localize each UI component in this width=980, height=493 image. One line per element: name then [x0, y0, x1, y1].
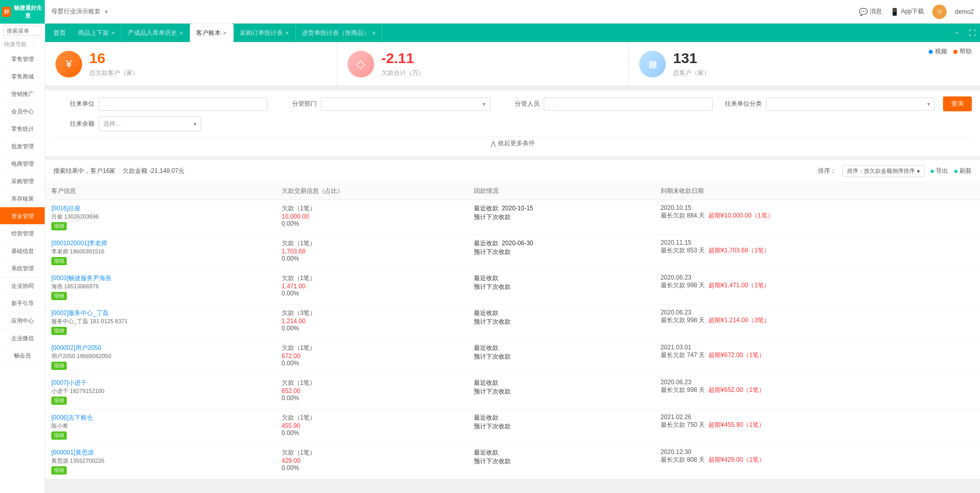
sidebar-item-retail-stats[interactable]: 零售统计	[0, 120, 45, 137]
sidebar-item-inventory[interactable]: 库存核算	[0, 190, 45, 207]
balance-arrow: ▾	[194, 121, 197, 128]
overdue-date-4: 2021.03.01	[661, 344, 974, 351]
customer-name-4[interactable]: [000002]用户2050	[51, 344, 270, 352]
category-select[interactable]: ▾	[766, 97, 935, 111]
overdue-link-0[interactable]: 超期¥10,000.00（1笔）	[708, 212, 774, 219]
dropdown-icon[interactable]: ▾	[105, 8, 108, 15]
sidebar-item-ops[interactable]: 经营管理	[0, 225, 45, 242]
sidebar-item-new-guide[interactable]: 新手引导	[0, 294, 45, 312]
debt-count-6: 欠款（1笔）	[282, 413, 462, 422]
overdue-link-2[interactable]: 超期¥1,471.00（1笔）	[708, 282, 770, 289]
sidebar-item-app-center[interactable]: 应用中心	[0, 312, 45, 329]
user-avatar[interactable]: U	[932, 5, 947, 19]
overdue-link-1[interactable]: 超期¥1,703.68（1笔）	[708, 247, 770, 254]
debt-amount-5[interactable]: 652.00	[282, 387, 462, 395]
search-button[interactable]: 查询	[943, 96, 972, 111]
customer-name-5[interactable]: [0007]小进干	[51, 379, 270, 387]
tab-close-product-history[interactable]: ✕	[179, 30, 183, 36]
tab-customer-account[interactable]: 客户账本 ✕	[190, 24, 234, 42]
debt-cell-6: 欠款（1笔） 455.90 0.00%	[276, 409, 468, 444]
search-input[interactable]	[3, 26, 42, 36]
tab-product-status[interactable]: 商品上下架 ✕	[72, 24, 122, 42]
overdue-link-7[interactable]: 超期¥429.00（1笔）	[708, 456, 765, 463]
main-area: 母婴行业演示账套 ▾ 💬 消息 📱 App下载 U demo2 首页	[45, 0, 980, 493]
debt-amount-4[interactable]: 672.00	[282, 352, 462, 360]
manager-input[interactable]: ...	[544, 97, 713, 111]
debt-amount-6[interactable]: 455.90	[282, 422, 462, 429]
dept-select[interactable]: ▾	[321, 97, 490, 111]
message-button[interactable]: 💬 消息	[859, 7, 882, 16]
stat-total-customers: ▦ 131 总客户（家）	[629, 42, 920, 86]
sort-button[interactable]: 排序：按欠款金额倒序排序 ▾	[842, 165, 925, 177]
tab-purchase-order[interactable]: 采购订单统计表 ✕	[234, 24, 296, 42]
customer-badge-4: 现销	[51, 362, 67, 370]
sidebar-item-purchase[interactable]: 采购管理	[0, 172, 45, 190]
top-bar-right: 💬 消息 📱 App下载 U demo2	[859, 5, 974, 19]
table-section: 搜索结果中，客户16家 欠款金额 -21,148.07元 排序： 排序：按欠款金…	[45, 160, 980, 479]
filter-manager-label: 分管人员	[498, 100, 540, 108]
balance-select[interactable]: 选择... ▾	[99, 116, 201, 131]
tab-close-purchase-order[interactable]: ✕	[285, 30, 289, 36]
tab-close-product-status[interactable]: ✕	[111, 30, 115, 36]
overdue-link-6[interactable]: 超期¥455.90（1笔）	[708, 421, 765, 428]
filter-dept: 分管部门 ▾	[276, 97, 490, 111]
customer-name-7[interactable]: [000001]黄思源	[51, 448, 270, 457]
customer-phone-5: 小进干 18279152100	[51, 387, 270, 395]
export-button[interactable]: 导出	[931, 167, 948, 175]
help-button[interactable]: 帮助	[953, 47, 972, 56]
sidebar-item-retail-mgmt[interactable]: 零售管理	[0, 50, 45, 68]
overdue-days-4: 最长欠款 747 天 超期¥672.00（1笔）	[661, 351, 974, 360]
sidebar-item-member-vip[interactable]: 畅会员	[0, 347, 45, 364]
debt-amount-1[interactable]: 1,703.68	[282, 248, 462, 255]
tab-product-history[interactable]: 产成品入库单历史 ✕	[122, 24, 190, 42]
sidebar-item-member[interactable]: 会员中心	[0, 103, 45, 120]
collapse-row: ⋀ 收起更多条件	[53, 136, 972, 150]
sidebar-item-marketing[interactable]: 营销推广	[0, 85, 45, 103]
debt-amount-2[interactable]: 1,471.00	[282, 283, 462, 290]
customer-phone-4: 用户2050 18665062050	[51, 352, 270, 360]
table-row: [0016]吕俊 吕俊 13026203696 现销 欠款（1笔） 10,000…	[45, 200, 980, 235]
table-actions: 排序： 排序：按欠款金额倒序排序 ▾ 导出 刷新	[818, 165, 972, 177]
collapse-button[interactable]: ⋀ 收起更多条件	[491, 139, 535, 148]
tab-purchase-stats[interactable]: 进货单统计表（按商品） ✕	[296, 24, 382, 42]
sidebar-item-batch-mgmt[interactable]: 批发管理	[0, 137, 45, 155]
overdue-link-5[interactable]: 超期¥652.00（1笔）	[708, 386, 765, 393]
debt-amount-7[interactable]: 429.00	[282, 457, 462, 464]
debt-count-3: 欠款（3笔）	[282, 309, 462, 318]
tab-close-purchase-stats[interactable]: ✕	[372, 30, 376, 36]
tab-maximize-button[interactable]: ⛶	[967, 28, 978, 38]
overdue-cell-6: 2021.02.26 最长欠款 750 天 超期¥455.90（1笔）	[655, 409, 980, 444]
debt-count-4: 欠款（1笔）	[282, 344, 462, 352]
sidebar-item-ecommerce[interactable]: 电商管理	[0, 155, 45, 172]
customer-name-6[interactable]: [0006]去下粮仓	[51, 413, 270, 422]
sidebar-item-finance[interactable]: 资金管理	[0, 207, 45, 225]
customer-name-1[interactable]: [0001020001]李老师	[51, 239, 270, 248]
overdue-date-2: 2020.06.23	[661, 274, 974, 281]
customer-name-3[interactable]: [0002]服务中心_丁磊	[51, 309, 270, 318]
overdue-date-7: 2020.12.30	[661, 448, 974, 456]
dept-arrow: ▾	[483, 101, 486, 108]
tab-home[interactable]: 首页	[47, 24, 72, 42]
filter-row-1: 往来单位 ... 分管部门 ▾ 分管人员	[53, 96, 972, 111]
supplier-input[interactable]: ...	[99, 97, 267, 111]
app-download-button[interactable]: 📱 App下载	[890, 7, 924, 16]
refresh-button[interactable]: 刷新	[954, 167, 972, 175]
filter-category: 往来单位分类 ▾	[721, 97, 935, 111]
debt-amount-3[interactable]: 1,214.00	[282, 318, 462, 325]
sidebar-item-retail-store[interactable]: 零售商城	[0, 68, 45, 85]
customer-name-2[interactable]: [0003]畅捷服务尹海燕	[51, 274, 270, 283]
tab-minimize-button[interactable]: －	[951, 27, 963, 38]
view-button[interactable]: 视频	[929, 47, 947, 56]
customer-name-0[interactable]: [0016]吕俊	[51, 204, 270, 213]
sidebar-item-basic-info[interactable]: 基础信息	[0, 242, 45, 260]
stat-debt-text: 16 总欠款客户（家）	[89, 50, 326, 77]
overdue-link-3[interactable]: 超期¥1,214.00（3笔）	[708, 317, 770, 324]
sidebar-item-enterprise-collab[interactable]: 企业协同	[0, 277, 45, 294]
debt-amount-0[interactable]: 10,000.00	[282, 213, 462, 220]
overdue-link-4[interactable]: 超期¥672.00（1笔）	[708, 351, 765, 359]
tab-close-customer-account[interactable]: ✕	[223, 30, 227, 36]
debt-ratio-2: 0.00%	[282, 290, 462, 297]
sidebar-item-sys-mgmt[interactable]: 系统管理	[0, 260, 45, 277]
stat-total-text: 131 总客户（家）	[673, 50, 910, 77]
sidebar-item-enterprise-wechat[interactable]: 企业微信	[0, 329, 45, 347]
